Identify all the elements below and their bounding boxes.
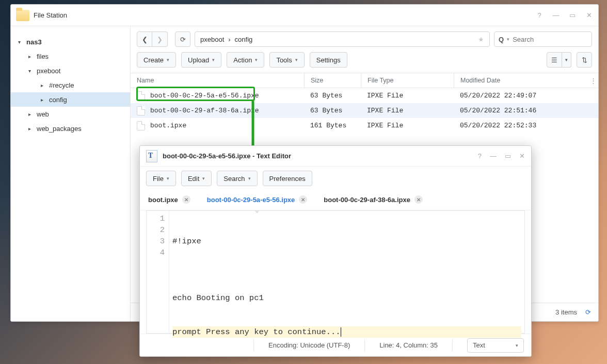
sidebar: ▾ nas3 ▸ files ▾ pxeboot ▸ #recycle ▸ co…: [11, 26, 131, 321]
tab-label: boot.ipxe: [148, 196, 178, 204]
tab-close-icon[interactable]: ✕: [414, 195, 423, 204]
sidebar-item-web[interactable]: ▸ web: [11, 107, 130, 121]
code-line: echo Booting on pc1: [172, 292, 521, 304]
sidebar-item-label: config: [49, 96, 67, 104]
upload-button[interactable]: Upload▾: [181, 52, 221, 68]
star-icon[interactable]: ★: [478, 36, 484, 43]
column-modified[interactable]: Modified Date: [454, 73, 584, 88]
sidebar-item-config[interactable]: ▸ config: [11, 92, 130, 107]
line-gutter: 1 2 3 4: [147, 211, 169, 333]
column-filetype[interactable]: File Type: [361, 73, 454, 88]
sidebar-item-label: web: [37, 110, 49, 118]
settings-button[interactable]: Settings: [310, 52, 347, 68]
create-button[interactable]: Create▾: [137, 52, 176, 68]
search-menu-button[interactable]: Search▾: [217, 171, 257, 186]
nav-forward-button[interactable]: ❯: [152, 31, 168, 47]
table-header: Name Size File Type Modified Date ⋮: [131, 73, 598, 88]
sidebar-item-label: web_packages: [37, 125, 82, 133]
text-editor-icon: [146, 150, 157, 162]
file-name: boot-00-0c-29-5a-e5-56.ipxe: [150, 92, 259, 100]
sidebar-item-label: files: [37, 53, 49, 60]
maximize-icon[interactable]: ▭: [505, 152, 511, 160]
sidebar-item-label: #recycle: [49, 81, 74, 89]
chevron-right-icon[interactable]: ▸: [28, 111, 34, 117]
column-name[interactable]: Name: [131, 77, 304, 84]
file-icon: [137, 91, 145, 101]
search-icon: Q: [499, 36, 504, 43]
breadcrumb-segment[interactable]: config: [235, 36, 253, 43]
preferences-button[interactable]: Preferences: [263, 171, 312, 186]
chevron-down-icon[interactable]: ▾: [28, 68, 34, 74]
window-title: boot-00-0c-29-5a-e5-56.ipxe - Text Edito…: [163, 152, 291, 160]
cursor: [341, 327, 341, 337]
sidebar-root-label: nas3: [26, 38, 42, 46]
close-icon[interactable]: ✕: [519, 152, 525, 160]
file-modified: 05/20/2022 22:52:33: [454, 122, 598, 129]
sidebar-item-label: pxeboot: [37, 67, 60, 75]
tab-label: boot-00-0c-29-5a-e5-56.ipxe: [207, 196, 295, 204]
text-editor-titlebar[interactable]: boot-00-0c-29-5a-e5-56.ipxe - Text Edito…: [140, 146, 531, 167]
action-button[interactable]: Action▾: [227, 52, 264, 68]
tab-third[interactable]: boot-00-0c-29-af-38-6a.ipxe ✕: [322, 192, 425, 210]
help-icon[interactable]: ?: [478, 152, 482, 160]
breadcrumb[interactable]: pxeboot › config ★: [195, 31, 490, 47]
chevron-down-icon[interactable]: ▾: [18, 39, 23, 45]
file-icon: [137, 106, 145, 115]
file-name: boot.ipxe: [150, 122, 186, 129]
column-size[interactable]: Size: [304, 73, 361, 88]
file-name: boot-00-0c-29-af-38-6a.ipxe: [150, 107, 259, 114]
code-line-active: prompt Press any key to continue...: [172, 326, 521, 338]
tools-button[interactable]: Tools▾: [269, 52, 304, 68]
table-row[interactable]: boot-00-0c-29-5a-e5-56.ipxe 63 Bytes IPX…: [131, 88, 598, 103]
file-size: 63 Bytes: [304, 107, 361, 114]
minimize-icon[interactable]: —: [490, 152, 497, 160]
sidebar-item-files[interactable]: ▸ files: [11, 49, 130, 63]
code-content[interactable]: #!ipxe echo Booting on pc1 prompt Press …: [169, 211, 524, 333]
file-modified: 05/20/2022 22:51:46: [454, 107, 598, 114]
tab-close-icon[interactable]: ✕: [182, 195, 190, 204]
item-count: 3 items: [555, 308, 577, 316]
file-station-titlebar[interactable]: File Station ? — ▭ ✕: [11, 5, 598, 26]
close-icon[interactable]: ✕: [585, 11, 593, 20]
sidebar-item-pxeboot[interactable]: ▾ pxeboot: [11, 63, 130, 78]
code-line: #!ipxe: [172, 236, 521, 247]
view-dropdown-button[interactable]: ▾: [562, 52, 571, 68]
chevron-right-icon[interactable]: ▸: [41, 97, 46, 103]
file-size: 161 Bytes: [304, 122, 361, 129]
help-icon[interactable]: ?: [535, 11, 544, 20]
sort-button[interactable]: ⇅: [577, 52, 592, 68]
search-input[interactable]: Q ▾: [494, 31, 592, 47]
file-menu-button[interactable]: File▾: [146, 171, 176, 186]
code-editor[interactable]: 1 2 3 4 #!ipxe echo Booting on pc1 promp…: [146, 210, 525, 334]
sidebar-item-web-packages[interactable]: ▸ web_packages: [11, 121, 130, 136]
app-title: File Station: [34, 11, 67, 19]
file-type: IPXE File: [361, 107, 454, 114]
reload-button[interactable]: ⟳: [175, 31, 190, 47]
maximize-icon[interactable]: ▭: [568, 11, 577, 20]
sidebar-item-recycle[interactable]: ▸ #recycle: [11, 78, 130, 92]
file-size: 63 Bytes: [304, 92, 361, 100]
tab-boot-ipxe[interactable]: boot.ipxe ✕: [146, 192, 193, 210]
minimize-icon[interactable]: —: [552, 11, 560, 20]
file-modified: 05/20/2022 22:49:07: [454, 92, 598, 100]
table-row[interactable]: boot-00-0c-29-af-38-6a.ipxe 63 Bytes IPX…: [131, 103, 598, 118]
column-menu-icon[interactable]: ⋮: [584, 77, 598, 85]
refresh-icon[interactable]: ⟳: [585, 308, 591, 316]
tab-close-icon[interactable]: ✕: [299, 195, 307, 204]
chevron-right-icon[interactable]: ▸: [41, 82, 46, 88]
chevron-down-icon[interactable]: ▾: [507, 37, 509, 42]
edit-menu-button[interactable]: Edit▾: [181, 171, 212, 186]
view-list-button[interactable]: ☰: [547, 52, 562, 68]
tab-label: boot-00-0c-29-af-38-6a.ipxe: [324, 196, 410, 204]
nav-back-button[interactable]: ❮: [137, 31, 152, 47]
table-row[interactable]: boot.ipxe 161 Bytes IPXE File 05/20/2022…: [131, 118, 598, 133]
search-field[interactable]: [513, 36, 599, 43]
chevron-right-icon[interactable]: ▸: [28, 54, 34, 59]
file-icon: [137, 121, 145, 130]
breadcrumb-segment[interactable]: pxeboot: [200, 36, 224, 43]
tab-active[interactable]: boot-00-0c-29-5a-e5-56.ipxe ✕: [205, 192, 310, 210]
editor-tabs: boot.ipxe ✕ boot-00-0c-29-5a-e5-56.ipxe …: [140, 190, 531, 210]
sidebar-root-nas3[interactable]: ▾ nas3: [11, 35, 130, 49]
chevron-right-icon[interactable]: ▸: [28, 126, 34, 131]
file-type: IPXE File: [361, 122, 454, 129]
